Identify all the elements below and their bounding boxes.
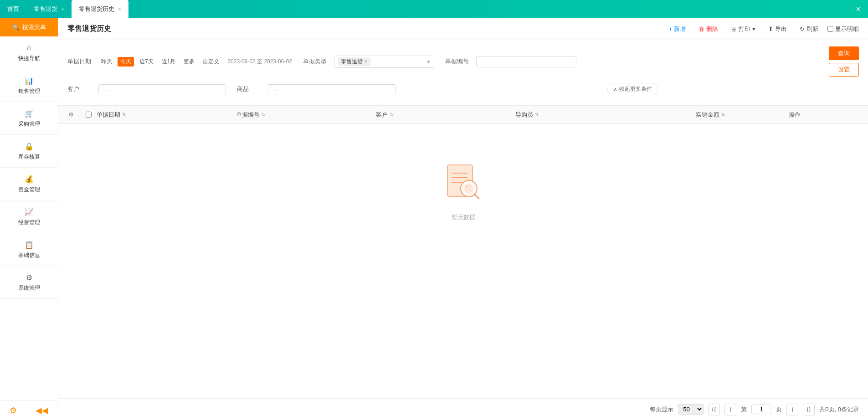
- refresh-button[interactable]: ↻ 刷新: [796, 23, 822, 35]
- sidebar-item-finance[interactable]: 💰 资金管理: [0, 168, 58, 200]
- print-dropdown-icon: ▾: [752, 26, 755, 32]
- goods-select[interactable]: ...: [268, 84, 395, 94]
- page-header: 零售退货历史 + 新增 🗑 删除 🖨 打印 ▾ ⬆ 导出 ↻: [58, 18, 868, 40]
- settings-col-icon: ⚙: [68, 111, 74, 118]
- th-checkbox[interactable]: [80, 112, 97, 118]
- empty-text: 暂无数据: [452, 213, 475, 221]
- sidebar: 🔍 搜索菜单 ⌂ 快捷导航 📊 销售管理 🛒 采购管理 🔒 库存核算 💰 资金管…: [0, 18, 58, 420]
- table-area: ⚙ 单据日期 ⇅ 单据编号 ⇅ 客户 ⇅ 导购员: [58, 106, 868, 398]
- new-button[interactable]: + 新增: [665, 23, 689, 35]
- purchase-icon: 🛒: [24, 108, 34, 118]
- voucher-type-filter: 单据类型 零售退货 × ▾: [303, 56, 434, 68]
- search-icon: 🔍: [12, 24, 20, 31]
- export-button[interactable]: ⬆ 导出: [765, 23, 791, 35]
- header-actions: + 新增 🗑 删除 🖨 打印 ▾ ⬆ 导出 ↻ 刷新: [665, 23, 859, 35]
- voucher-no-filter: 单据编号: [445, 56, 576, 67]
- query-button[interactable]: 查询: [829, 46, 859, 60]
- last-page-btn[interactable]: ⟩⟩: [803, 404, 815, 415]
- tab-retail-return-history-close[interactable]: ×: [118, 6, 121, 12]
- tab-retail-return-close[interactable]: ×: [61, 6, 64, 12]
- per-page-select[interactable]: 50 10 20 100: [678, 404, 704, 415]
- customer-select[interactable]: ...: [98, 84, 226, 94]
- voucher-no-input[interactable]: [476, 56, 576, 67]
- page-input[interactable]: [751, 405, 771, 414]
- date-btn-more[interactable]: 更多: [181, 57, 197, 67]
- collapse-container: ∧ 收起更多条件: [406, 81, 859, 97]
- sort-date-icon: ⇅: [122, 112, 126, 117]
- sidebar-item-system[interactable]: ⚙ 系统管理: [0, 266, 58, 299]
- sidebar-item-sales-mgmt[interactable]: 📊 销售管理: [0, 69, 58, 102]
- date-btn-today[interactable]: 今天: [118, 57, 134, 67]
- settings-bottom-icon[interactable]: ⚙: [10, 405, 17, 415]
- collapse-button[interactable]: ∧ 收起更多条件: [607, 83, 658, 95]
- delete-icon: 🗑: [699, 26, 704, 32]
- th-amount[interactable]: 实销金额 ⇅: [655, 111, 724, 119]
- print-icon: 🖨: [731, 26, 737, 32]
- home-icon: ⌂: [24, 43, 34, 53]
- th-no[interactable]: 单据编号 ⇅: [236, 111, 375, 119]
- customer-filter: 客户 ...: [67, 84, 226, 94]
- first-page-btn[interactable]: ⟨⟨: [708, 404, 720, 415]
- system-icon: ⚙: [24, 272, 34, 282]
- date-btn-7days[interactable]: 近7天: [137, 57, 156, 67]
- th-op: 操作: [725, 111, 864, 119]
- sidebar-item-purchase-mgmt[interactable]: 🛒 采购管理: [0, 102, 58, 135]
- per-page-label: 每页显示: [650, 405, 673, 414]
- show-detail-checkbox[interactable]: 显示明细: [827, 25, 859, 33]
- prev-page-btn[interactable]: ⟨: [724, 404, 736, 415]
- window-close-button[interactable]: ×: [856, 5, 861, 14]
- date-btn-yesterday[interactable]: 昨天: [98, 57, 115, 67]
- basic-info-icon: 📋: [24, 240, 34, 250]
- filter-row-2: 客户 ... 商品 ... ∧ 收起更多条件: [67, 81, 859, 97]
- date-btn-1month[interactable]: 近1月: [159, 57, 179, 67]
- empty-illustration: [441, 160, 486, 206]
- page-unit: 页: [776, 405, 782, 414]
- main-layout: 🔍 搜索菜单 ⌂ 快捷导航 📊 销售管理 🛒 采购管理 🔒 库存核算 💰 资金管…: [0, 18, 868, 420]
- operations-icon: 📈: [24, 207, 34, 217]
- delete-button[interactable]: 🗑 删除: [695, 23, 722, 35]
- sales-icon: 📊: [24, 76, 34, 86]
- goods-filter: 商品 ...: [237, 84, 395, 94]
- goods-placeholder: ...: [274, 86, 278, 92]
- query-buttons: 查询 设置: [829, 46, 859, 77]
- tab-home[interactable]: 首页: [0, 0, 26, 18]
- filter-row-1: 单据日期 昨天 今天 近7天 近1月 更多 自定义 2023-06-02 至 2…: [67, 46, 859, 77]
- top-bar: 首页 零售退货 × 零售退货历史 × ×: [0, 0, 868, 18]
- pagination-summary: 共0页, 0条记录: [819, 405, 859, 414]
- th-customer[interactable]: 客户 ⇅: [376, 111, 515, 119]
- th-guide[interactable]: 导购员 ⇅: [515, 111, 655, 119]
- sidebar-item-operations[interactable]: 📈 经营管理: [0, 200, 58, 233]
- sidebar-item-quick-nav[interactable]: ⌂ 快捷导航: [0, 36, 58, 69]
- audio-bottom-icon[interactable]: ◀◀: [36, 405, 48, 415]
- sort-guide-icon: ⇅: [535, 112, 539, 117]
- print-button[interactable]: 🖨 打印 ▾: [727, 23, 759, 35]
- th-date[interactable]: 单据日期 ⇅: [97, 111, 236, 119]
- select-all-checkbox[interactable]: [86, 112, 92, 118]
- tab-retail-return-history[interactable]: 零售退货历史 ×: [72, 0, 128, 18]
- voucher-type-select[interactable]: 零售退货 × ▾: [334, 56, 434, 68]
- refresh-icon: ↻: [800, 26, 805, 32]
- finance-icon: 💰: [24, 174, 34, 184]
- voucher-type-dropdown-icon: ▾: [427, 58, 430, 65]
- sidebar-bottom: ⚙ ◀◀: [0, 400, 58, 420]
- page-label: 第: [741, 405, 747, 414]
- sort-amount-icon: ⇅: [721, 112, 725, 117]
- voucher-type-tag: 零售退货 ×: [338, 57, 370, 66]
- date-buttons: 昨天 今天 近7天 近1月 更多 自定义: [98, 57, 222, 67]
- filter-area: 单据日期 昨天 今天 近7天 近1月 更多 自定义 2023-06-02 至 2…: [58, 40, 868, 106]
- sidebar-search[interactable]: 🔍 搜索菜单: [0, 18, 58, 36]
- sidebar-item-basic-info[interactable]: 📋 基础信息: [0, 233, 58, 266]
- inventory-icon: 🔒: [24, 141, 34, 151]
- next-page-btn[interactable]: ⟩: [786, 404, 798, 415]
- svg-line-5: [474, 194, 479, 199]
- tab-retail-return[interactable]: 零售退货 ×: [26, 0, 72, 18]
- customer-placeholder: ...: [104, 86, 109, 92]
- sidebar-item-inventory[interactable]: 🔒 库存核算: [0, 135, 58, 168]
- settings-button[interactable]: 设置: [829, 63, 859, 77]
- date-btn-custom[interactable]: 自定义: [200, 57, 222, 67]
- th-settings[interactable]: ⚙: [62, 111, 80, 118]
- show-detail-input[interactable]: [827, 26, 833, 32]
- export-icon: ⬆: [768, 26, 773, 32]
- sort-no-icon: ⇅: [262, 112, 265, 117]
- voucher-type-remove[interactable]: ×: [365, 58, 368, 65]
